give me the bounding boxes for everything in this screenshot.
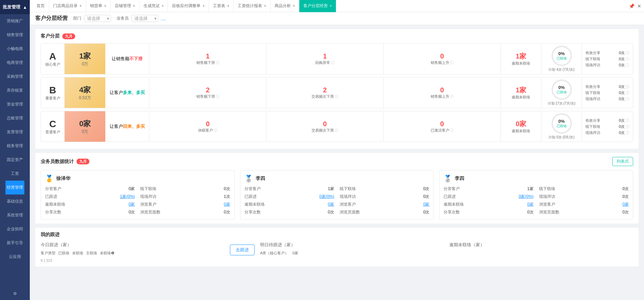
customer-month-badge: 九月	[62, 33, 75, 39]
tier-stat-item[interactable]: 0休眠客户 ⓘ	[149, 111, 266, 142]
tier-stat-item[interactable]: 2交易频次下滑 ⓘ	[266, 77, 384, 108]
tier-circle-C: 0% 已联络 计划 0次 (0天/次)	[541, 111, 582, 142]
staff-card-2: 🥈李四分管客户1家线下联络0次已跟进0家(0%)现场拜访0次逾期未联络0家浏览客…	[439, 170, 633, 220]
tier-stat-item[interactable]: 1回购异常 ⓘ	[266, 44, 384, 74]
staff-stat-row: 浏览页面数0次	[539, 209, 629, 215]
tab-close-店铺管理[interactable]: ×	[133, 4, 135, 8]
staff-stat-row: 浏览页面数0次	[140, 209, 230, 215]
tab-close-工资统计报表[interactable]: ×	[264, 4, 266, 8]
tabs-bar: 首页门店商品目录×销货单×店铺管理×生成凭证×应收应付调整单×工资表×工资统计报…	[30, 0, 644, 12]
tab-工资表[interactable]: 工资表×	[209, 0, 234, 12]
sidebar-item-营销推广[interactable]: 营销推广	[5, 14, 24, 28]
tier-row-A: A核心客户1家0万让销售额不下滑1销售额下滑 ⓘ1回购异常 ⓘ0销售额上升 ⓘ1…	[41, 43, 633, 74]
tier-label-B: B重要客户	[41, 77, 65, 108]
tier-right-A: 有效分享0次 ⓘ线下联络0次 ⓘ现场拜访0次 ⓘ	[582, 44, 633, 74]
tab-close-门店商品目录[interactable]: ×	[80, 4, 82, 8]
sidebar-item-系统管理[interactable]: 系统管理	[5, 208, 24, 222]
tier-right-row: 线下联络0次 ⓘ	[585, 56, 629, 62]
sidebar-item-税务管理[interactable]: 税务管理	[5, 139, 24, 153]
sidebar-item-新手引导[interactable]: 新手引导	[5, 236, 24, 250]
tier-stats-A: 1销售额下滑 ⓘ1回购异常 ⓘ0销售额上升 ⓘ	[149, 44, 501, 74]
tab-店铺管理[interactable]: 店铺管理×	[111, 0, 139, 12]
sidebar-item-销售管理[interactable]: 销售管理	[5, 28, 24, 42]
staff-month-badge: 九月	[77, 159, 89, 164]
list-style-button[interactable]: 列表式	[612, 157, 633, 166]
staff-stat-row: 已跟进0家(0%)	[444, 194, 533, 200]
sidebar-item-固定资产[interactable]: 固定资产	[5, 153, 24, 167]
tier-count-C[interactable]: 0家0万	[65, 111, 105, 142]
tier-count-A[interactable]: 1家0万	[65, 44, 105, 74]
tier-contact-C[interactable]: 0家逾期未联络	[501, 111, 541, 142]
staff-header: 业务员数据统计 九月 列表式	[41, 157, 633, 166]
tab-生成凭证[interactable]: 生成凭证×	[139, 0, 168, 12]
tier-right-row: 有效分享0次 ⓘ	[585, 50, 629, 55]
circle-progress: 0% 已联络	[552, 79, 572, 100]
tier-stat-item[interactable]: 2销售额下滑 ⓘ	[149, 77, 266, 108]
total-label: 主联络	[86, 251, 97, 256]
tab-close-应收应付调整单[interactable]: ×	[202, 4, 205, 8]
customer-section: 客户分层 九月 A核心客户1家0万让销售额不下滑1销售额下滑 ⓘ1回购异常 ⓘ0…	[35, 29, 639, 149]
tab-close-工资表[interactable]: ×	[227, 4, 229, 8]
customer-section-title: 客户分层 九月	[41, 33, 633, 39]
tier-count-B[interactable]: 4家0.53万	[65, 77, 105, 108]
tab-应收应付调整单[interactable]: 应收应付调整单×	[168, 0, 209, 12]
tier-right-row: 线下联络0次 ⓘ	[585, 124, 629, 129]
tab-商品分析[interactable]: 商品分析×	[271, 0, 299, 12]
tab-pin-icon[interactable]: 📌	[629, 3, 635, 9]
tab-close-生成凭证[interactable]: ×	[162, 4, 164, 8]
tab-工资统计报表[interactable]: 工资统计报表×	[234, 0, 271, 12]
tab-close-客户分层经营[interactable]: ×	[330, 4, 332, 8]
tab-close-商品分析[interactable]: ×	[293, 4, 295, 8]
tier-stat-item[interactable]: 0已激活客户 ⓘ	[384, 111, 500, 142]
staff-stat-row: 现场拜访0次	[539, 194, 629, 200]
content-area: 客户分层 九月 A核心客户1家0万让销售额不下滑1销售额下滑 ⓘ1回购异常 ⓘ0…	[30, 25, 644, 300]
followup-title: 我的跟进	[41, 232, 633, 238]
tab-销货单[interactable]: 销货单×	[86, 0, 111, 12]
staff-stat-row: 浏览客户0家	[340, 202, 429, 207]
sidebar-item-企业协同[interactable]: 企业协同	[5, 222, 24, 236]
sidebar: 批发管理 ▲ 营销推广销售管理小畅电商电商管理采购管理库存核算资金管理总账管理发…	[0, 0, 30, 300]
staff-select[interactable]: 请选择	[131, 15, 158, 22]
tier-right-row: 有效分享0次 ⓘ	[585, 118, 629, 123]
sidebar-item-云应用[interactable]: 云应用	[5, 250, 24, 264]
sidebar-item-总账管理[interactable]: 总账管理	[5, 111, 24, 125]
tier-row-B: B重要客户4家0.53万让客户多来、多买2销售额下滑 ⓘ2交易频次下滑 ⓘ0销售…	[41, 77, 633, 108]
goto-followup-wrapper: 去跟进	[230, 242, 255, 255]
tier-stat-item[interactable]: 0交易频次下滑 ⓘ	[266, 111, 384, 142]
sidebar-item-工资[interactable]: 工资	[5, 167, 24, 181]
tab-首页[interactable]: 首页	[33, 0, 49, 12]
tier-contact-B[interactable]: 1家逾期未联络	[501, 77, 541, 108]
staff-stat-row: 浏览客户0家	[140, 202, 230, 207]
tier-contact-A[interactable]: 1家逾期未联络	[501, 44, 541, 74]
more-filters-btn[interactable]: ...	[161, 16, 166, 22]
today-followup-label: 今日跟进（家）	[41, 242, 224, 248]
tier-stat-item[interactable]: 1销售额下滑 ⓘ	[149, 44, 266, 74]
main-area: 首页门店商品目录×销货单×店铺管理×生成凭证×应收应付调整单×工资表×工资统计报…	[30, 0, 644, 300]
tab-close-销货单[interactable]: ×	[104, 4, 106, 8]
dept-select[interactable]: 请选择	[84, 15, 111, 22]
tier-right-row: 现场拜访0次 ⓘ	[585, 130, 629, 135]
sidebar-collapse-icon[interactable]: ▲	[23, 5, 27, 10]
staff-stat-row: 分管客户1家	[444, 186, 533, 192]
sidebar-item-电商管理[interactable]: 电商管理	[5, 56, 24, 70]
tab-close-all-icon[interactable]: ✕	[637, 3, 641, 9]
sidebar-item-库存核算[interactable]: 库存核算	[5, 84, 24, 97]
sidebar-footer-settings[interactable]: ⚙	[0, 287, 30, 300]
tab-门店商品目录[interactable]: 门店商品目录×	[49, 0, 86, 12]
sidebar-item-经营管理[interactable]: 经营管理	[5, 181, 24, 194]
tab-客户分层经营[interactable]: 客户分层经营×	[299, 0, 336, 12]
staff-section: 业务员数据统计 九月 列表式 🥇徐泽华分管客户0家线下联络0次已跟进1家(0%)…	[35, 153, 639, 224]
sidebar-item-采购管理[interactable]: 采购管理	[5, 70, 24, 84]
tier-row-C: C普通客户0家0万让客户回来、多买0休眠客户 ⓘ0交易频次下滑 ⓘ0已激活客户 …	[41, 111, 633, 142]
sidebar-item-资金管理[interactable]: 资金管理	[5, 97, 24, 111]
staff-stat-row: 现场拜访1次	[140, 194, 230, 200]
tabs-bar-right: 📌 ✕	[629, 3, 641, 9]
sidebar-header[interactable]: 批发管理 ▲	[0, 0, 30, 14]
tier-stat-item[interactable]: 0销售额上升 ⓘ	[384, 44, 500, 74]
sidebar-item-发票管理[interactable]: 发票管理	[5, 125, 24, 139]
tier-action-B: 让客户多来、多买	[105, 77, 149, 108]
goto-followup-button[interactable]: 去跟进	[230, 245, 255, 255]
sidebar-item-小畅电商[interactable]: 小畅电商	[5, 42, 24, 56]
sidebar-item-基础信息[interactable]: 基础信息	[5, 194, 24, 208]
tier-stat-item[interactable]: 0销售额上升 ⓘ	[384, 77, 500, 108]
